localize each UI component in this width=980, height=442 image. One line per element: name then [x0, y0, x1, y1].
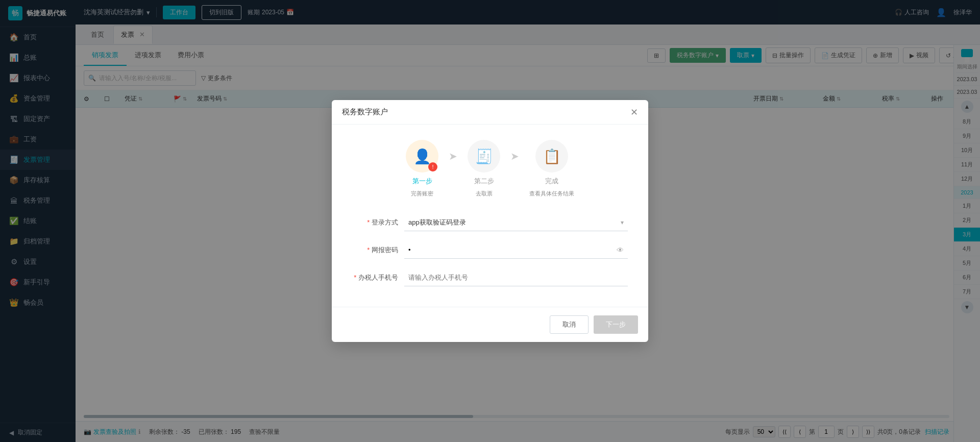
eye-icon[interactable]: 👁 — [617, 246, 624, 254]
step-3-sublabel: 查看具体任务结果 — [529, 190, 574, 198]
step-2-sublabel: 去取票 — [476, 190, 493, 198]
step-3-icon: 📋 — [535, 140, 568, 173]
password-input[interactable] — [408, 246, 617, 254]
phone-input[interactable] — [404, 269, 628, 286]
modal-close-button[interactable]: ✕ — [630, 108, 638, 117]
login-method-dropdown-icon: ▾ — [621, 219, 624, 226]
password-field-wrap: 👁 — [404, 241, 628, 259]
form-row-password: * 网报密码 👁 — [352, 241, 628, 259]
modal-header: 税务数字账户 ✕ — [332, 100, 648, 125]
cancel-button[interactable]: 取消 — [550, 315, 589, 334]
form-row-login-method: * 登录方式 app获取验证码登录 ▾ — [352, 214, 628, 231]
steps-indicator: 👤 ! 第一步 完善账密 ➤ 🧾 第二步 去取票 ➤ — [352, 140, 628, 198]
tax-digital-modal: 税务数字账户 ✕ 👤 ! 第一步 完善账密 ➤ — [332, 100, 648, 342]
step-arrow-2: ➤ — [500, 140, 529, 162]
login-method-label: * 登录方式 — [352, 218, 398, 227]
step-2-label: 第二步 — [474, 177, 494, 186]
step-arrow-1: ➤ — [438, 140, 468, 162]
step-1-icon: 👤 ! — [406, 140, 438, 173]
step-2-icon: 🧾 — [468, 140, 500, 173]
next-button[interactable]: 下一步 — [594, 315, 638, 334]
step-2: 🧾 第二步 去取票 — [468, 140, 500, 198]
form-row-phone: * 办税人手机号 — [352, 269, 628, 286]
step-1: 👤 ! 第一步 完善账密 — [406, 140, 438, 198]
step-3: 📋 完成 查看具体任务结果 — [529, 140, 574, 198]
login-method-select[interactable]: app获取验证码登录 ▾ — [404, 214, 628, 231]
modal-footer: 取消 下一步 — [332, 307, 648, 342]
step-1-sublabel: 完善账密 — [411, 190, 433, 198]
step-1-badge: ! — [428, 162, 437, 171]
modal-body: 👤 ! 第一步 完善账密 ➤ 🧾 第二步 去取票 ➤ — [332, 125, 648, 307]
login-method-value: app获取验证码登录 — [408, 218, 466, 227]
phone-label: * 办税人手机号 — [352, 273, 398, 282]
modal-title: 税务数字账户 — [342, 107, 388, 117]
step-1-label: 第一步 — [412, 177, 432, 186]
step-3-label: 完成 — [545, 177, 558, 186]
modal-overlay[interactable]: 税务数字账户 ✕ 👤 ! 第一步 完善账密 ➤ — [0, 0, 980, 442]
password-label: * 网报密码 — [352, 245, 398, 255]
